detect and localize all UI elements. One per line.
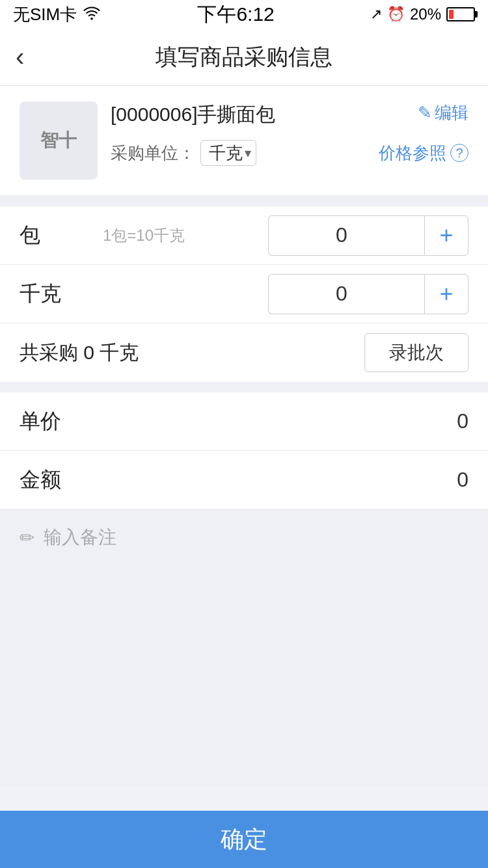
content-area — [0, 565, 488, 787]
kg-input-group: + — [98, 274, 468, 314]
nav-bar: ‹ 填写商品采购信息 — [0, 29, 488, 86]
status-right: ↗ ⏰ 20% — [370, 5, 475, 23]
wifi-icon — [82, 5, 102, 25]
unit-select[interactable]: 千克 — [200, 140, 256, 166]
price-ref-help-icon: ? — [450, 144, 468, 162]
location-icon: ↗ — [370, 6, 382, 23]
unit-price-value: 0 — [457, 409, 468, 433]
edit-label: 编辑 — [435, 102, 468, 124]
bag-qty-input[interactable] — [268, 215, 424, 256]
bag-sublabel: 1包=10千克 — [103, 225, 185, 246]
alarm-icon: ⏰ — [387, 6, 405, 23]
unit-label: 采购单位： 千克 — [111, 140, 256, 166]
product-logo: 智十 — [40, 131, 77, 150]
price-section: 单价 0 金额 0 — [0, 392, 488, 509]
separator-1 — [0, 196, 488, 206]
kg-plus-button[interactable]: + — [424, 274, 468, 314]
note-placeholder: 输入备注 — [44, 525, 116, 550]
amount-label: 金额 — [20, 466, 61, 495]
kg-label: 千克 — [20, 280, 98, 308]
edit-button[interactable]: ✎ 编辑 — [418, 102, 468, 124]
amount-row: 金额 0 — [0, 451, 488, 509]
edit-icon: ✎ — [418, 103, 432, 123]
kg-row: 千克 + — [0, 265, 488, 323]
unit-price-label: 单价 — [20, 407, 61, 436]
bag-plus-button[interactable]: + — [424, 215, 468, 256]
page-title: 填写商品采购信息 — [156, 42, 332, 72]
batch-button[interactable]: 录批次 — [364, 333, 468, 372]
total-row: 共采购 0 千克 录批次 — [0, 323, 488, 382]
status-bar: 无SIM卡 下午6:12 ↗ ⏰ 20% — [0, 0, 488, 29]
product-name: [0000006]手撕面包 — [111, 102, 275, 128]
unit-price-row: 单价 0 — [0, 392, 488, 451]
confirm-button[interactable]: 确定 — [0, 811, 488, 868]
product-card: 智十 [0000006]手撕面包 ✎ 编辑 采购单位： 千克 价格参照 ? — [0, 86, 488, 196]
unit-select-wrapper[interactable]: 千克 — [200, 140, 256, 166]
battery-icon — [446, 7, 475, 21]
separator-2 — [0, 382, 488, 392]
note-area[interactable]: ✏ 输入备注 — [0, 509, 488, 565]
pencil-icon: ✏ — [20, 527, 34, 549]
product-image: 智十 — [20, 102, 98, 180]
status-left: 无SIM卡 — [13, 3, 102, 26]
kg-qty-input[interactable] — [268, 274, 424, 314]
amount-value: 0 — [457, 468, 468, 492]
total-text: 共采购 0 千克 — [20, 340, 139, 366]
carrier-text: 无SIM卡 — [13, 3, 77, 26]
product-info: [0000006]手撕面包 ✎ 编辑 采购单位： 千克 价格参照 ? — [111, 102, 468, 166]
price-ref-button[interactable]: 价格参照 ? — [379, 142, 468, 165]
bag-label: 包 — [20, 221, 98, 250]
price-ref-label: 价格参照 — [379, 142, 446, 165]
battery-percent: 20% — [410, 5, 441, 23]
unit-label-text: 采购单位： — [111, 142, 195, 165]
input-section: 包 1包=10千克 + 千克 + — [0, 206, 488, 323]
status-time: 下午6:12 — [197, 1, 274, 28]
back-button[interactable]: ‹ — [16, 42, 24, 72]
bag-input-group: + — [185, 215, 468, 256]
bag-row: 包 1包=10千克 + — [0, 206, 488, 265]
